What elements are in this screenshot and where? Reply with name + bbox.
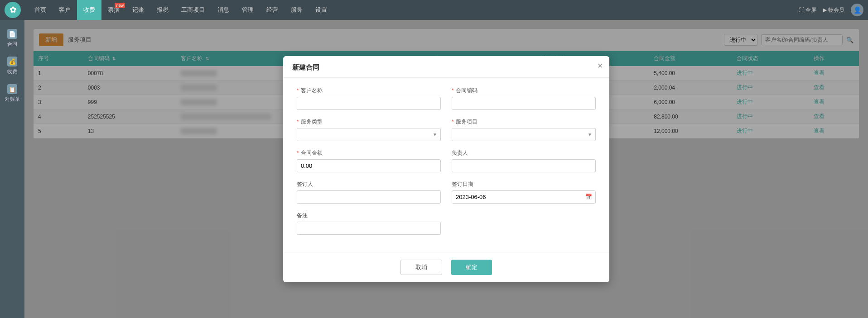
fullscreen-button[interactable]: ⛶ 全屏 (799, 6, 816, 14)
new-badge: new (115, 3, 125, 8)
sidebar-item-reconcile[interactable]: 📋 对账单 (0, 80, 24, 107)
main-layout: 📄 合同 💰 收费 📋 对账单 新增 服务项目 进行中已结束全部 🔍 (0, 20, 868, 318)
nav-ticket[interactable]: 票据 new (101, 0, 126, 20)
sidebar: 📄 合同 💰 收费 📋 对账单 (0, 20, 24, 318)
modal-overlay: 新建合同 ✕ * 客户名称 (24, 20, 868, 318)
logo-icon: ✿ (10, 5, 16, 15)
contract-amount-group: * 合同金额 (297, 149, 441, 172)
form-row-1: * 客户名称 * 合同编码 (297, 87, 596, 110)
notes-group: 备注 (297, 212, 441, 235)
nav-operations[interactable]: 经营 (260, 0, 285, 20)
member-button[interactable]: ▶ 畅会员 (823, 6, 844, 14)
sign-date-wrapper (452, 190, 596, 204)
owner-label: 负责人 (452, 149, 596, 157)
form-row-3: * 合同金额 负责人 (297, 149, 596, 172)
confirm-button[interactable]: 确定 (451, 260, 492, 275)
nav-business[interactable]: 工商项目 (175, 0, 211, 20)
contract-no-label: * 合同编码 (452, 87, 596, 95)
service-item-select-wrapper (452, 128, 596, 141)
nav-home[interactable]: 首页 (28, 0, 53, 20)
service-type-select[interactable] (297, 128, 441, 141)
nav-service[interactable]: 服务 (285, 0, 309, 20)
form-row-4: 签订人 签订日期 (297, 180, 596, 204)
contract-icon: 📄 (7, 29, 17, 39)
nav-menu: 首页 客户 收费 票据 new 记账 报税 工商项目 消息 管理 经营 服务 设… (28, 0, 799, 20)
modal-close-button[interactable]: ✕ (597, 62, 603, 70)
signer-label: 签订人 (297, 180, 441, 188)
form-row-2: * 服务类型 * 服务项目 (297, 118, 596, 141)
service-item-group: * 服务项目 (452, 118, 596, 141)
nav-invoice[interactable]: 收费 (77, 0, 101, 20)
nav-right: ⛶ 全屏 ▶ 畅会员 👤 (799, 4, 863, 16)
avatar[interactable]: 👤 (851, 4, 863, 16)
form-row-5: 备注 (297, 212, 596, 235)
nav-bookkeeping[interactable]: 记账 (126, 0, 150, 20)
content-area: 新增 服务项目 进行中已结束全部 🔍 序号 合同编码 ⇅ 客户名称 ⇅ 服务项目… (24, 20, 868, 318)
customer-name-group: * 客户名称 (297, 87, 441, 110)
reconcile-icon: 📋 (7, 84, 17, 94)
service-type-select-wrapper (297, 128, 441, 141)
nav-customer[interactable]: 客户 (53, 0, 77, 20)
new-contract-modal: 新建合同 ✕ * 客户名称 (283, 56, 609, 282)
nav-settings[interactable]: 设置 (309, 0, 333, 20)
top-navigation: ✿ 首页 客户 收费 票据 new 记账 报税 工商项目 消息 管理 经营 服务… (0, 0, 868, 20)
contract-amount-label: * 合同金额 (297, 149, 441, 157)
sign-date-group: 签订日期 (452, 180, 596, 204)
notes-input[interactable] (297, 222, 441, 235)
modal-title: 新建合同 (283, 56, 609, 78)
service-item-select[interactable] (452, 128, 596, 141)
sign-date-label: 签订日期 (452, 180, 596, 188)
modal-body: * 客户名称 * 合同编码 (283, 78, 609, 252)
billing-icon: 💰 (7, 57, 17, 66)
cancel-button[interactable]: 取消 (400, 260, 442, 275)
app-logo: ✿ (5, 2, 21, 18)
notes-label: 备注 (297, 212, 441, 219)
modal-footer: 取消 确定 (283, 252, 609, 282)
contract-amount-input[interactable] (297, 159, 441, 172)
contract-no-input[interactable] (452, 97, 596, 110)
contract-no-group: * 合同编码 (452, 87, 596, 110)
sidebar-item-billing[interactable]: 💰 收费 (0, 52, 24, 80)
signer-group: 签订人 (297, 180, 441, 204)
nav-message[interactable]: 消息 (211, 0, 236, 20)
owner-input[interactable] (452, 159, 596, 172)
nav-manage[interactable]: 管理 (236, 0, 260, 20)
service-type-label: * 服务类型 (297, 118, 441, 126)
customer-name-label: * 客户名称 (297, 87, 441, 95)
sign-date-input[interactable] (452, 190, 596, 204)
owner-group: 负责人 (452, 149, 596, 172)
sidebar-item-contract[interactable]: 📄 合同 (0, 24, 24, 52)
nav-tax[interactable]: 报税 (150, 0, 175, 20)
service-type-group: * 服务类型 (297, 118, 441, 141)
service-item-label: * 服务项目 (452, 118, 596, 126)
signer-input[interactable] (297, 190, 441, 204)
customer-name-input[interactable] (297, 97, 441, 110)
